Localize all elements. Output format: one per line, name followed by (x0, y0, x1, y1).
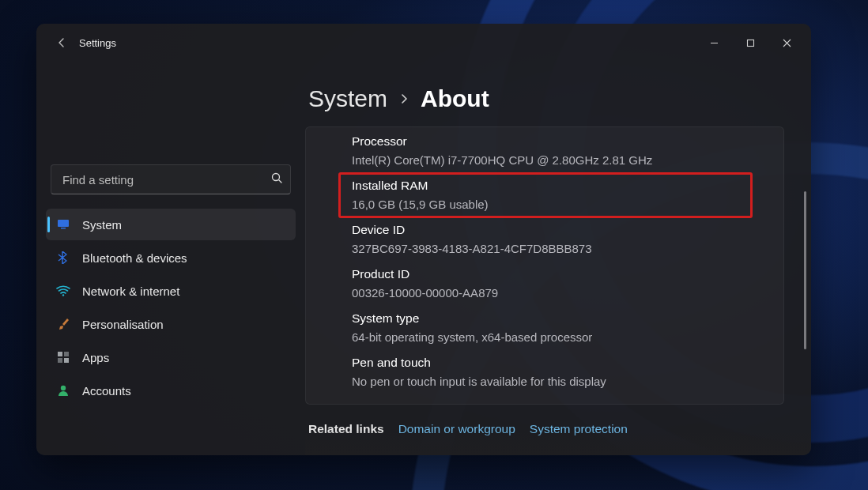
breadcrumb: System About (308, 85, 811, 126)
display-icon (55, 217, 71, 232)
svg-rect-3 (61, 228, 66, 229)
spec-value: 00326-10000-00000-AA879 (352, 286, 764, 300)
sidebar-item-bluetooth-devices[interactable]: Bluetooth & devices (46, 242, 296, 273)
breadcrumb-current: About (421, 85, 489, 112)
sidebar-item-apps[interactable]: Apps (46, 341, 296, 373)
related-link[interactable]: Domain or workgroup (398, 422, 515, 436)
svg-point-4 (62, 294, 64, 296)
search-input[interactable] (51, 164, 291, 194)
spec-label: Product ID (352, 267, 764, 281)
spec-value: Intel(R) Core(TM) i7-7700HQ CPU @ 2.80GH… (352, 153, 764, 167)
spec-value: No pen or touch input is available for t… (352, 375, 764, 388)
related-links: Related links Domain or workgroup System… (305, 422, 811, 436)
svg-rect-6 (64, 352, 69, 356)
sidebar: SystemBluetooth & devicesNetwork & inter… (36, 62, 305, 455)
spec-value: 327BC697-3983-4183-A821-4CF7D8BBB873 (352, 242, 764, 255)
maximize-button[interactable] (732, 30, 768, 55)
device-specs-panel: ProcessorIntel(R) Core(TM) i7-7700HQ CPU… (305, 126, 784, 405)
spec-row: Pen and touchNo pen or touch input is av… (306, 350, 783, 394)
svg-rect-5 (58, 352, 62, 356)
sidebar-item-label: System (82, 218, 122, 232)
app-title: Settings (79, 37, 116, 49)
spec-label: System type (352, 311, 764, 326)
sidebar-item-network-internet[interactable]: Network & internet (46, 275, 296, 307)
back-button[interactable] (51, 32, 73, 54)
sidebar-item-label: Network & internet (82, 285, 179, 298)
spec-label: Installed RAM (352, 179, 733, 193)
sidebar-item-system[interactable]: System (46, 209, 296, 240)
breadcrumb-parent[interactable]: System (308, 85, 387, 112)
spec-row: ProcessorIntel(R) Core(TM) i7-7700HQ CPU… (306, 129, 783, 173)
window-controls (696, 30, 805, 55)
chevron-right-icon (398, 90, 409, 108)
svg-rect-2 (58, 220, 69, 227)
spec-label: Processor (352, 134, 764, 149)
spec-row: Installed RAM16,0 GB (15,9 GB usable) (339, 173, 752, 217)
svg-rect-8 (64, 358, 69, 363)
person-icon (55, 383, 71, 398)
bluetooth-icon (55, 250, 71, 266)
search-wrap (51, 164, 291, 194)
nav: SystemBluetooth & devicesNetwork & inter… (46, 209, 296, 406)
related-links-label: Related links (308, 422, 384, 436)
sidebar-item-label: Apps (82, 351, 109, 364)
wifi-icon (55, 283, 71, 299)
spec-value: 64-bit operating system, x64-based proce… (352, 330, 764, 344)
spec-label: Pen and touch (352, 356, 764, 370)
titlebar: Settings (36, 24, 811, 62)
spec-value: 16,0 GB (15,9 GB usable) (352, 198, 733, 211)
brush-icon (55, 316, 71, 332)
spec-row: Product ID00326-10000-00000-AA879 (306, 262, 783, 306)
sidebar-item-label: Bluetooth & devices (82, 251, 187, 265)
scrollbar[interactable] (804, 191, 806, 349)
spec-row: Device ID327BC697-3983-4183-A821-4CF7D8B… (306, 217, 783, 262)
minimize-button[interactable] (696, 30, 732, 55)
svg-rect-7 (58, 358, 62, 363)
related-link[interactable]: System protection (530, 422, 628, 436)
sidebar-item-label: Personalisation (82, 318, 164, 331)
settings-window: Settings SystemBluetooth & devicesNetwor… (36, 24, 811, 455)
apps-icon (55, 349, 71, 365)
svg-point-9 (61, 386, 66, 390)
spec-label: Device ID (352, 223, 764, 237)
sidebar-item-accounts[interactable]: Accounts (46, 375, 296, 406)
svg-rect-0 (747, 40, 753, 46)
main: System About ProcessorIntel(R) Core(TM) … (305, 62, 811, 455)
sidebar-item-personalisation[interactable]: Personalisation (46, 308, 296, 340)
close-button[interactable] (768, 30, 805, 55)
sidebar-item-label: Accounts (82, 384, 131, 398)
spec-row: System type64-bit operating system, x64-… (306, 306, 783, 350)
